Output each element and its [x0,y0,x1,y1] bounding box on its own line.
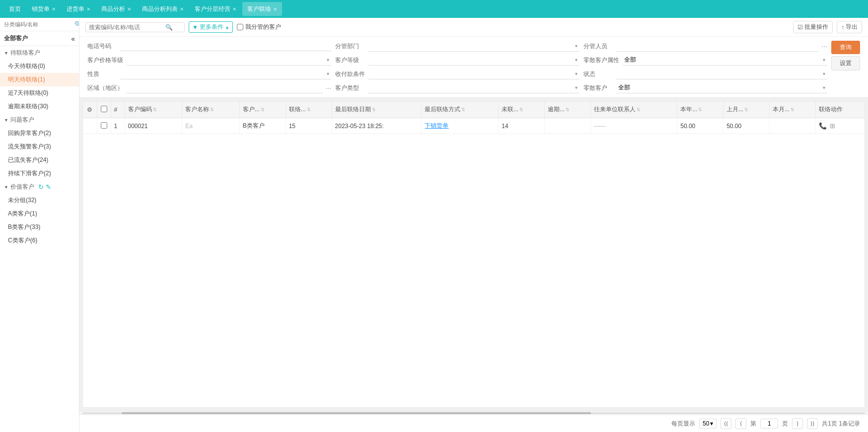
filter-price-level-select[interactable]: ▾ [126,55,331,66]
filter-status-label: 状态 [583,70,613,78]
cell-last-method[interactable]: 下销货单 [422,118,499,134]
col-name[interactable]: 客户名称⇅ [182,101,240,118]
col-last-month[interactable]: 上月...⇅ [723,101,770,118]
nav-goods-analysis-list-close[interactable]: ✕ [180,6,184,12]
col-code[interactable]: 客户编码⇅ [125,101,182,118]
filter-search-input[interactable] [89,24,163,31]
page-number-input[interactable] [760,419,778,429]
select-all-checkbox[interactable] [101,106,107,112]
set-button[interactable]: 设置 [831,56,860,71]
cell-this-month [770,118,816,134]
first-page-button[interactable]: ⟨⟨ [721,418,731,429]
filter-nature-select[interactable]: ▾ [120,69,331,79]
filter-search-icon[interactable]: 🔍 [165,24,173,31]
chevron-down-icon-3: ▾ [575,57,578,63]
col-overdue[interactable]: 逾期...⇅ [545,101,591,118]
col-type[interactable]: 客户...⇅ [239,101,286,118]
nav-goods-analysis-list[interactable]: 商品分析列表 ✕ [137,2,189,16]
filter-payment-select[interactable]: ▾ [368,69,579,79]
chevron-down-icon-7: ▾ [823,71,825,76]
col-settings[interactable]: ⚙ [83,101,97,118]
sidebar-value-edit-icon[interactable]: ✎ [46,183,51,191]
sort-icon-unit-contact: ⇅ [637,107,641,112]
col-unit-contact[interactable]: 往来单位联系人⇅ [590,101,677,118]
filter-field-customer-level: 客户等级 ▾ [335,55,579,66]
export-button[interactable]: ↑ 导出 [837,21,862,33]
sidebar-item-a-class[interactable]: A类客户(1) [0,207,79,220]
batch-action-button[interactable]: ☑ 批量操作 [793,21,833,33]
col-this-year[interactable]: 本年...⇅ [677,101,723,118]
sidebar-value-refresh-icon[interactable]: ↻ [38,183,44,191]
nav-goods-analysis[interactable]: 商品分析 ✕ [96,2,136,16]
more-conditions-button[interactable]: ▼ 更多条件 ▲ [189,21,233,33]
sidebar-item-churn-warning[interactable]: 流失预警客户(3) [0,140,79,153]
sidebar-item-today[interactable]: 今天待联络(0) [0,60,79,73]
query-button[interactable]: 查询 [831,41,860,54]
filter-phone-input[interactable] [120,42,331,51]
col-uncontacted[interactable]: 未联...⇅ [499,101,545,118]
col-last-date[interactable]: 最后联络日期⇅ [332,101,422,118]
nav-customer-contact[interactable]: 客户联络 ✕ [242,2,282,16]
nav-customer-layer-close[interactable]: ✕ [232,6,236,12]
cell-this-year: 50.00 [677,118,723,134]
cell-contact-count: 15 [286,118,332,134]
my-customers-checkbox[interactable] [237,24,243,30]
cell-settings [83,118,97,134]
action-grid-icon[interactable]: ⊞ [830,122,835,130]
action-phone-icon[interactable]: 📞 [819,122,827,130]
filter-customer-type-select[interactable]: ▾ [368,82,579,93]
cell-action: 📞 ⊞ [815,118,865,134]
sidebar-item-churned[interactable]: 已流失客户(24) [0,153,79,167]
prev-page-button[interactable]: ⟨ [735,418,746,429]
filter-field-price-level: 客户价格等级 ▾ [87,55,331,66]
nav-sales-order-close[interactable]: ✕ [52,6,56,12]
nav-purchase-close[interactable]: ✕ [86,6,90,12]
sidebar-item-tomorrow[interactable]: 明天待联络(1) [0,73,79,86]
cell-checkbox[interactable] [97,118,111,134]
col-checkbox[interactable] [97,101,111,118]
per-page-select[interactable]: 50 ▾ [699,419,717,429]
col-this-month[interactable]: 本月...⇅ [770,101,816,118]
nav-customer-contact-label: 客户联络 [247,5,271,13]
filter-bar: 🔍 ▼ 更多条件 ▲ 我分管的客户 ☑ 批量操作 ↑ 导出 [79,18,868,37]
sidebar-all-customers[interactable]: 全部客户 « [0,31,79,46]
filter-payment-label: 收付款条件 [335,70,365,78]
cell-overdue [545,118,591,134]
filter-retail-attr-select[interactable]: 全部 ▾ [622,55,827,66]
sidebar-group-value-label: 价值客户 [10,183,34,191]
sidebar-item-ungrouped[interactable]: 未分组(32) [0,194,79,207]
col-last-method[interactable]: 最后联络方式⇅ [422,101,499,118]
sidebar-item-c-class[interactable]: C类客户(6) [0,234,79,247]
filter-status-select[interactable]: ▾ [616,69,827,79]
sidebar-item-b-class[interactable]: B类客户(33) [0,220,79,234]
filter-field-nature: 性质 ▾ [87,69,331,79]
filter-dept-select[interactable]: ▾ [368,41,579,52]
nav-purchase-order[interactable]: 进货单 ✕ [62,2,95,16]
last-method-link[interactable]: 下销货单 [425,122,448,129]
nav-home[interactable]: 首页 [4,2,26,16]
filter-region-dots[interactable]: ··· [326,84,332,92]
adv-filter-row-1: 电话号码 分管部门 ▾ 分管人员 [87,41,827,52]
top-nav: 首页 销货单 ✕ 进货单 ✕ 商品分析 ✕ 商品分析列表 ✕ 客户分层经营 ✕ … [0,0,868,18]
sidebar-search-icon[interactable]: 🔍 [74,21,79,28]
sidebar-item-7days[interactable]: 近7天待联络(0) [0,86,79,100]
nav-goods-analysis-close[interactable]: ✕ [127,6,131,12]
page-total: 共1页 1条记录 [822,420,860,428]
nav-customer-layer[interactable]: 客户分层经营 ✕ [190,2,241,16]
filter-manager-dots[interactable]: ··· [821,42,827,50]
sidebar-item-overdue[interactable]: 逾期未联络(30) [0,100,79,113]
filter-customer-level-select[interactable]: ▾ [368,55,579,66]
nav-customer-contact-close[interactable]: ✕ [273,6,277,12]
last-page-button[interactable]: ⟩⟩ [807,418,818,429]
next-page-button[interactable]: ⟩ [792,418,803,429]
col-contact-count[interactable]: 联络...⇅ [286,101,332,118]
row-checkbox[interactable] [101,122,107,129]
nav-sales-order[interactable]: 销货单 ✕ [27,2,61,16]
sidebar-group-problem: ▼ 问题客户 [0,113,79,127]
nav-customer-layer-label: 客户分层经营 [195,5,230,13]
sidebar-search-input[interactable] [4,21,72,27]
sidebar-item-declining[interactable]: 持续下滑客户(2) [0,167,79,180]
sidebar-item-repurchase-abnormal[interactable]: 回购异常客户(2) [0,127,79,140]
per-page-label: 每页显示 [671,420,695,428]
filter-retail-customer-select[interactable]: 全部 ▾ [616,82,827,93]
